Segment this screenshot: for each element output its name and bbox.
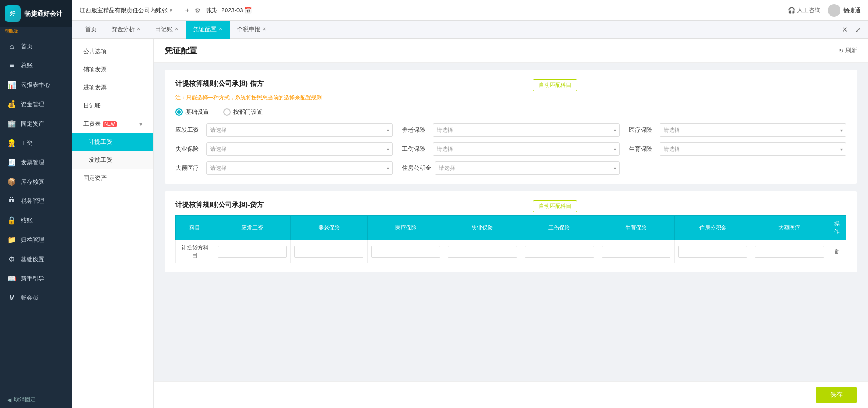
td-action[interactable]: 🗑 (828, 240, 846, 263)
sidebar-item-ledger[interactable]: ≡ 总账 (0, 56, 72, 75)
left-nav-fixed-assets[interactable]: 固定资产 (72, 169, 153, 187)
input-housing-fund[interactable] (678, 246, 747, 258)
sidebar-item-tax[interactable]: 🏛 税务管理 (0, 192, 72, 211)
sidebar-item-funds[interactable]: 💰 资金管理 (0, 94, 72, 114)
td-subject-name: 计提贷方科目 (176, 240, 214, 263)
user-menu[interactable]: 畅捷通 (828, 4, 861, 17)
radio-dept[interactable]: 按部门设置 (223, 108, 263, 116)
sidebar-item-salary[interactable]: 👷 工资 (0, 133, 72, 153)
debit-form-grid: 应发工资 请选择 ▾ 养老保险 (175, 123, 846, 175)
sidebar-item-inventory[interactable]: 📦 库存核算 (0, 172, 72, 192)
left-nav: 公共选项 销项发票 进项发票 日记账 工资表NEW ▾ 计提工资 (72, 39, 154, 408)
select-housing-fund-input[interactable]: 请选择 (435, 161, 619, 175)
select-supplemental-medical[interactable]: 请选择 ▾ (206, 161, 393, 175)
select-applied-salary-input[interactable]: 请选择 (206, 123, 393, 137)
left-nav-journal[interactable]: 日记账 (72, 97, 153, 115)
chevron-down-icon: ▾ (139, 121, 142, 127)
expand-btn[interactable]: ⤢ (853, 23, 863, 36)
tab-journal[interactable]: 日记账 ✕ (148, 21, 186, 39)
refresh-button[interactable]: ↻ 刷新 (839, 47, 857, 55)
left-nav-accrual[interactable]: 计提工资 (72, 133, 153, 151)
app-logo[interactable]: 好 畅捷通好会计 (0, 0, 72, 27)
select-supplemental-medical-input[interactable]: 请选择 (206, 161, 393, 175)
select-unemployment-input[interactable]: 请选择 (206, 142, 393, 156)
select-maternity[interactable]: 请选择 ▾ (660, 142, 846, 156)
save-button[interactable]: 保存 (816, 387, 857, 403)
label-unemployment: 失业保险 (175, 145, 203, 153)
select-maternity-input[interactable]: 请选择 (660, 142, 846, 156)
select-medical-input[interactable]: 请选择 (660, 123, 846, 137)
content-area: 公共选项 销项发票 进项发票 日记账 工资表NEW ▾ 计提工资 (72, 39, 868, 408)
topbar: 江西服宝精品有限责任公司内账张 ▾ | + ⚙ 账期 2023-03 📅 🎧 人… (72, 0, 868, 21)
td-unemployment-val[interactable] (444, 240, 521, 263)
td-pension-val[interactable] (291, 240, 368, 263)
td-medical-val[interactable] (368, 240, 444, 263)
add-company-btn[interactable]: + (185, 6, 189, 14)
input-supplemental-medical[interactable] (755, 246, 824, 258)
td-supplemental-medical-val[interactable] (751, 240, 828, 263)
tab-journal-close[interactable]: ✕ (175, 26, 179, 32)
sidebar-item-assets[interactable]: 🏢 固定资产 (0, 114, 72, 133)
label-work-injury: 工伤保险 (402, 145, 429, 153)
left-nav-pay[interactable]: 发放工资 (72, 151, 153, 169)
sidebar-item-invoice[interactable]: 🧾 发票管理 (0, 153, 72, 172)
tab-voucher[interactable]: 凭证配置 ✕ (186, 21, 230, 39)
service-btn[interactable]: 🎧 人工咨询 (788, 6, 821, 14)
sidebar-item-archive[interactable]: 📁 归档管理 (0, 230, 72, 249)
select-medical[interactable]: 请选择 ▾ (660, 123, 846, 137)
input-maternity[interactable] (602, 246, 671, 258)
auto-match-credit-btn[interactable]: 自动匹配科目 (533, 200, 577, 212)
sidebar-item-close[interactable]: 🔒 结账 (0, 211, 72, 230)
td-maternity-val[interactable] (598, 240, 675, 263)
td-applied-salary-val[interactable] (214, 240, 291, 263)
tab-tax-close[interactable]: ✕ (262, 26, 266, 32)
tab-tax[interactable]: 个税申报 ✕ (230, 21, 274, 39)
sidebar-item-home[interactable]: ⌂ 首页 (0, 37, 72, 56)
label-pension: 养老保险 (402, 126, 429, 134)
auto-match-debit-btn[interactable]: 自动匹配科目 (533, 79, 577, 91)
select-applied-salary[interactable]: 请选择 ▾ (206, 123, 393, 137)
cancel-fixed-btn[interactable]: ◀ 取消固定 (0, 391, 72, 408)
left-nav-sales-invoice[interactable]: 销项发票 (72, 61, 153, 79)
sidebar-label-settings: 基础设置 (21, 255, 44, 263)
calendar-icon[interactable]: 📅 (245, 7, 252, 14)
tab-voucher-close[interactable]: ✕ (218, 26, 222, 32)
company-selector[interactable]: 江西服宝精品有限责任公司内账张 ▾ (80, 6, 173, 14)
td-housing-fund-val[interactable] (675, 240, 751, 263)
td-work-injury-val[interactable] (521, 240, 598, 263)
sidebar-item-reports[interactable]: 📊 云报表中心 (0, 75, 72, 94)
sidebar-label-home: 首页 (21, 42, 33, 51)
th-housing-fund: 住房公积金 (675, 216, 751, 240)
tab-funds[interactable]: 资金分析 ✕ (104, 21, 148, 39)
tab-home[interactable]: 首页 (78, 21, 104, 39)
sidebar-item-settings[interactable]: ⚙ 基础设置 (0, 249, 72, 269)
close-tab-btn[interactable]: ✕ (840, 23, 849, 36)
sidebar-nav: ⌂ 首页 ≡ 总账 📊 云报表中心 💰 资金管理 🏢 固定资产 👷 工资 🧾 发… (0, 37, 72, 391)
sidebar-label-archive: 归档管理 (21, 236, 44, 244)
left-nav-purchase-invoice[interactable]: 进项发票 (72, 79, 153, 97)
select-work-injury[interactable]: 请选择 ▾ (433, 142, 619, 156)
select-pension[interactable]: 请选择 ▾ (433, 123, 619, 137)
delete-icon[interactable]: 🗑 (834, 249, 840, 255)
field-pension: 养老保险 请选择 ▾ (402, 123, 619, 137)
tab-funds-close[interactable]: ✕ (137, 26, 141, 32)
sidebar-item-vip[interactable]: V 畅会员 (0, 288, 72, 307)
sidebar-item-guide[interactable]: 📖 新手引导 (0, 269, 72, 288)
sidebar-label-salary: 工资 (21, 139, 33, 147)
settings-btn[interactable]: ⚙ (195, 7, 201, 14)
left-nav-public[interactable]: 公共选项 (72, 42, 153, 61)
input-unemployment[interactable] (448, 246, 517, 258)
input-medical[interactable] (371, 246, 440, 258)
settings-icon: ⚙ (7, 255, 16, 263)
credit-section: 计提核算规则(公司承担)-贷方 自动匹配科目 科目 应发工资 养老保险 医疗保险 (165, 191, 857, 272)
left-nav-payroll-group[interactable]: 工资表NEW ▾ (72, 115, 153, 133)
select-pension-input[interactable]: 请选择 (433, 123, 619, 137)
input-applied-salary[interactable] (218, 246, 287, 258)
select-work-injury-input[interactable]: 请选择 (433, 142, 619, 156)
radio-basic[interactable]: 基础设置 (175, 108, 209, 116)
select-housing-fund[interactable]: 请选择 ▾ (435, 161, 619, 175)
select-unemployment[interactable]: 请选择 ▾ (206, 142, 393, 156)
input-work-injury[interactable] (525, 246, 594, 258)
refresh-label: 刷新 (845, 47, 857, 55)
input-pension[interactable] (294, 246, 363, 258)
